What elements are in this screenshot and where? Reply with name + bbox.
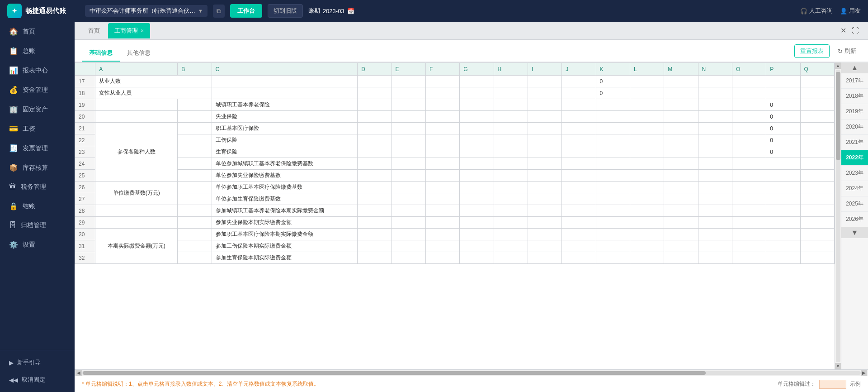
cell-22-h[interactable] [494,134,528,146]
cell-24-b[interactable] [178,158,212,170]
cell-23-g[interactable] [460,146,494,158]
cell-20-e[interactable] [392,111,425,123]
old-version-button[interactable]: 切到旧版 [268,4,303,18]
cell-18-g[interactable] [460,87,494,99]
cell-25-q[interactable] [800,170,834,182]
year-item-2018[interactable]: 2018年 [841,89,868,104]
cell-29-g[interactable] [460,217,494,229]
cell-30-h[interactable] [494,229,528,240]
sidebar-item-archive[interactable]: 🗄 归档管理 [0,216,75,235]
cell-29-j[interactable] [562,217,596,229]
cell-30-f[interactable] [425,229,459,240]
spreadsheet-container[interactable]: A B C D E F G H I J K L [75,62,835,369]
cell-19-q[interactable] [800,99,834,111]
sidebar-item-payroll[interactable]: 💳 工资 [0,119,75,139]
cell-27-i[interactable] [528,193,561,205]
cell-23-q[interactable] [800,146,834,158]
cell-32-l[interactable] [630,252,664,264]
cell-28-i[interactable] [528,205,561,217]
cell-27-b[interactable] [178,193,212,205]
cell-28-b[interactable] [178,205,212,217]
cell-21-o[interactable] [732,123,766,134]
cell-24-c[interactable]: 单位参加城镇职工基本养老保险缴费基数 [212,158,358,170]
year-item-2022[interactable]: 2022年 [841,150,868,166]
cell-31-l[interactable] [630,240,664,252]
cell-26-h[interactable] [494,182,528,193]
year-item-2023[interactable]: 2023年 [841,166,868,181]
cell-25-p[interactable] [766,170,800,182]
year-item-2025[interactable]: 2025年 [841,196,868,212]
cell-19-k[interactable] [596,99,630,111]
cell-18-i[interactable] [528,87,561,99]
cell-25-o[interactable] [732,170,766,182]
cell-19-i[interactable] [528,99,561,111]
cell-22-p[interactable]: 0 [766,134,800,146]
cell-29-f[interactable] [425,217,459,229]
cell-32-c[interactable]: 参加生育保险本期实际缴费金额 [212,252,358,264]
sidebar-item-closing[interactable]: 🔒 结账 [0,196,75,216]
cell-26-c[interactable]: 单位参加职工基本医疗保险缴费基数 [212,182,358,193]
cell-23-b[interactable] [178,146,212,158]
cell-26-o[interactable] [732,182,766,193]
cell-29-b[interactable] [178,217,212,229]
cell-20-i[interactable] [528,111,561,123]
cell-31-j[interactable] [562,240,596,252]
ai-consult-button[interactable]: 🎧 人工咨询 [800,7,833,15]
sidebar-item-invoice[interactable]: 🧾 发票管理 [0,139,75,158]
cell-20-m[interactable] [664,111,698,123]
cell-17-g[interactable] [460,76,494,87]
cell-28-q[interactable] [800,205,834,217]
tab-close-icon[interactable]: × [141,28,144,34]
cell-30-j[interactable] [562,229,596,240]
cell-31-i[interactable] [528,240,561,252]
cell-30-m[interactable] [664,229,698,240]
cell-19-o[interactable] [732,99,766,111]
cell-21-l[interactable] [630,123,664,134]
cell-29-i[interactable] [528,217,561,229]
cell-27-o[interactable] [732,193,766,205]
cell-17-d[interactable] [358,76,392,87]
cell-25-i[interactable] [528,170,561,182]
cell-25-m[interactable] [664,170,698,182]
cell-32-e[interactable] [392,252,425,264]
cell-18-e[interactable] [392,87,425,99]
cell-28-d[interactable] [358,205,392,217]
cell-17-h[interactable] [494,76,528,87]
cell-17-ab[interactable]: 从业人数 [95,76,212,87]
cell-19-j[interactable] [562,99,596,111]
year-item-2021[interactable]: 2021年 [841,135,868,150]
cell-25-k[interactable] [596,170,630,182]
cell-20-o[interactable] [732,111,766,123]
cell-18-h[interactable] [494,87,528,99]
cell-31-q[interactable] [800,240,834,252]
cell-26-q[interactable] [800,182,834,193]
cell-24-o[interactable] [732,158,766,170]
cell-20-j[interactable] [562,111,596,123]
cell-29-h[interactable] [494,217,528,229]
cell-30-p[interactable] [766,229,800,240]
cell-17-i[interactable] [528,76,561,87]
cell-29-k[interactable] [596,217,630,229]
cell-21-f[interactable] [425,123,459,134]
copy-button[interactable]: ⧉ [213,5,225,18]
cell-32-j[interactable] [562,252,596,264]
cell-18-d[interactable] [358,87,392,99]
sub-tab-basic[interactable]: 基础信息 [82,45,120,62]
cell-31-b[interactable] [178,240,212,252]
cell-26-j[interactable] [562,182,596,193]
tab-home[interactable]: 首页 [82,23,106,38]
cell-19-e[interactable] [392,99,425,111]
cell-25-l[interactable] [630,170,664,182]
cell-32-i[interactable] [528,252,561,264]
cell-22-l[interactable] [630,134,664,146]
cell-25-j[interactable] [562,170,596,182]
cell-26-p[interactable] [766,182,800,193]
cell-30-i[interactable] [528,229,561,240]
cell-30-k[interactable] [596,229,630,240]
cell-18-p[interactable] [766,87,800,99]
cell-22-o[interactable] [732,134,766,146]
cell-24-f[interactable] [425,158,459,170]
year-item-2019[interactable]: 2019年 [841,104,868,120]
cell-29-l[interactable] [630,217,664,229]
cell-31-h[interactable] [494,240,528,252]
